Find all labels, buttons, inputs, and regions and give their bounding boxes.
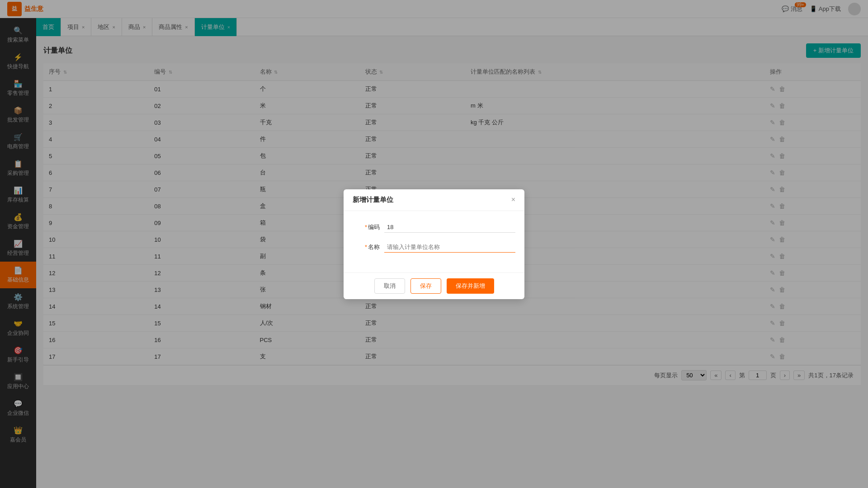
save-button[interactable]: 保存 [410,278,441,294]
form-row-name: 名称 [353,242,515,253]
dialog-title: 新增计量单位 [353,196,393,204]
app-wrapper: 益 益生意 💬 消息 99+ 📱 App下载 🔍 搜索菜单 [0,0,868,488]
dialog-footer: 取消 保存 保存并新增 [344,272,524,299]
form-row-code: 编码 [353,222,515,233]
name-input[interactable] [384,242,515,253]
save-add-button[interactable]: 保存并新增 [447,278,494,294]
code-input[interactable] [384,222,515,233]
dialog-body: 编码 名称 [344,211,524,272]
dialog-close-button[interactable]: × [511,196,515,204]
dialog-overlay: 新增计量单位 × 编码 名称 取消 保存 保存并新增 [0,0,868,488]
code-label: 编码 [353,223,380,231]
dialog-header: 新增计量单位 × [344,189,524,211]
cancel-button[interactable]: 取消 [374,278,405,294]
add-unit-dialog: 新增计量单位 × 编码 名称 取消 保存 保存并新增 [344,189,524,299]
name-label: 名称 [353,243,380,251]
